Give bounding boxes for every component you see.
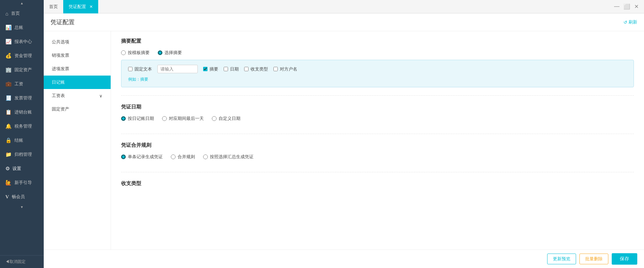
nav-item-public[interactable]: 公共选项	[44, 35, 111, 49]
reports-icon: 📈	[5, 39, 12, 45]
checkbox-summary[interactable]: 摘要	[203, 66, 218, 72]
maximize-button[interactable]: ⬜	[623, 3, 630, 10]
invoice-mgmt-icon: 🧾	[5, 95, 12, 101]
radio-merge[interactable]: 合并规则	[171, 154, 195, 160]
purchase-sales-icon: 📋	[5, 109, 12, 115]
summary-section: 摘要配置 按模板摘要 选择摘要	[121, 38, 634, 96]
voucher-date-section: 凭证日期 按日记账日期 对应期间最后一天 自定义日期	[121, 104, 634, 134]
radio-merge-input[interactable]	[171, 154, 176, 159]
voucher-date-title: 凭证日期	[121, 104, 634, 110]
sidebar-item-reports[interactable]: 📈 报表中心	[0, 35, 44, 49]
right-content: 摘要配置 按模板摘要 选择摘要	[111, 31, 644, 250]
radio-last-day-input[interactable]	[162, 116, 167, 121]
checkbox-fixed-text-input[interactable]	[128, 67, 132, 71]
tab-close-icon[interactable]: ✕	[89, 0, 93, 13]
nav-item-fixed-assets[interactable]: 固定资产	[44, 102, 111, 116]
sidebar-item-settings[interactable]: ⚙ 设置	[0, 162, 44, 176]
merge-rules-section: 凭证合并规则 单条记录生成凭证 合并规则 按照选择汇总生成凭证	[121, 142, 634, 172]
settings-icon: ⚙	[5, 166, 10, 172]
batch-delete-button[interactable]: 批量删除	[579, 254, 608, 264]
radio-select-merge[interactable]: 按照选择汇总生成凭证	[203, 154, 254, 160]
sidebar-item-salary[interactable]: 💼 工资	[0, 77, 44, 91]
ledger-icon: 📊	[5, 25, 12, 31]
merge-rules-radio-group: 单条记录生成凭证 合并规则 按照选择汇总生成凭证	[121, 154, 634, 160]
closing-icon: 🔒	[5, 137, 12, 143]
body-area: 公共选项 销项发票 进项发票 日记账 工资表 ∨ 固定资产	[44, 31, 644, 250]
checkbox-payment-type[interactable]: 收支类型	[244, 66, 268, 72]
update-preview-button[interactable]: 更新预览	[547, 254, 576, 264]
sidebar-item-tax[interactable]: 🔔 税务管理	[0, 119, 44, 133]
radio-single-input[interactable]	[121, 154, 126, 159]
page-content: 凭证配置 ↺ 刷新 公共选项 销项发票 进项发票 日记账	[44, 13, 644, 268]
close-button[interactable]: ✕	[634, 3, 639, 10]
nav-item-purchase-invoice[interactable]: 进项发票	[44, 62, 111, 76]
radio-last-day[interactable]: 对应期间最后一天	[162, 116, 204, 122]
member-icon: V	[5, 194, 9, 200]
sidebar-item-ledger[interactable]: 📊 总账	[0, 20, 44, 35]
radio-template-summary-input[interactable]	[121, 50, 126, 55]
sidebar: ▲ ⌂ 首页 📊 总账 📈 报表中心 💰 资金管理 🏢 固定资产 💼 工资 🧾 …	[0, 0, 44, 268]
nav-item-sales-invoice[interactable]: 销项发票	[44, 49, 111, 62]
radio-template-summary[interactable]: 按模板摘要	[121, 50, 150, 56]
sidebar-scroll-up[interactable]: ▲	[0, 0, 44, 6]
tax-icon: 🔔	[5, 123, 12, 129]
guide-icon: 🙋	[5, 180, 12, 186]
checkbox-payment-type-input[interactable]	[244, 67, 249, 71]
nav-item-journal[interactable]: 日记账	[44, 76, 111, 89]
radio-custom-date-input[interactable]	[212, 116, 217, 121]
archive-icon: 📁	[5, 151, 12, 158]
payment-type-title: 收支类型	[121, 180, 634, 187]
radio-journal-date-input[interactable]	[121, 116, 126, 121]
example-text: 例如：摘要	[128, 77, 627, 82]
minimize-button[interactable]: —	[614, 3, 619, 10]
merge-rules-title: 凭证合并规则	[121, 142, 634, 148]
sidebar-item-fixed-assets[interactable]: 🏢 固定资产	[0, 63, 44, 77]
sidebar-item-funds[interactable]: 💰 资金管理	[0, 49, 44, 63]
bottom-bar: 更新预览 批量删除 保存	[44, 250, 644, 268]
payment-type-section: 收支类型	[121, 180, 634, 200]
radio-select-summary-input[interactable]	[158, 50, 162, 55]
summary-config-box: 固定文本 摘要 日期	[121, 60, 634, 87]
fixed-assets-icon: 🏢	[5, 67, 12, 73]
left-nav: 公共选项 销项发票 进项发票 日记账 工资表 ∨ 固定资产	[44, 31, 111, 250]
nav-item-payroll[interactable]: 工资表 ∨	[44, 89, 111, 102]
sidebar-scroll-down[interactable]: ▼	[0, 204, 44, 210]
sidebar-unpin-button[interactable]: ◀取消固定	[0, 255, 44, 268]
radio-journal-date[interactable]: 按日记账日期	[121, 116, 154, 122]
sidebar-item-home[interactable]: ⌂ 首页	[0, 6, 44, 20]
checkbox-counterparty[interactable]: 对方户名	[273, 66, 297, 72]
checkbox-fixed-text[interactable]: 固定文本	[128, 66, 152, 72]
checkbox-date-input[interactable]	[224, 67, 228, 71]
page-header: 凭证配置 ↺ 刷新	[44, 13, 644, 31]
radio-select-summary[interactable]: 选择摘要	[158, 50, 182, 56]
checkbox-counterparty-input[interactable]	[273, 67, 278, 71]
main-area: 首页 凭证配置 ✕ — ⬜ ✕ 凭证配置 ↺ 刷新 公共选项	[44, 0, 644, 268]
sidebar-item-member[interactable]: V 畅会员	[0, 190, 44, 204]
sidebar-item-invoice-mgmt[interactable]: 🧾 发票管理	[0, 91, 44, 105]
save-button[interactable]: 保存	[612, 253, 637, 265]
checkbox-summary-input[interactable]	[203, 67, 207, 71]
summary-radio-group: 按模板摘要 选择摘要	[121, 50, 634, 56]
refresh-button[interactable]: ↺ 刷新	[623, 19, 637, 25]
salary-icon: 💼	[5, 81, 12, 87]
expand-icon: ∨	[99, 93, 103, 98]
checkbox-date[interactable]: 日期	[224, 66, 239, 72]
sidebar-item-purchase-sales[interactable]: 📋 进销台账	[0, 105, 44, 119]
summary-section-title: 摘要配置	[121, 38, 634, 44]
sidebar-item-archive[interactable]: 📁 归档管理	[0, 147, 44, 162]
home-icon: ⌂	[5, 11, 8, 16]
window-controls: — ⬜ ✕	[614, 3, 644, 10]
tab-home[interactable]: 首页	[44, 0, 63, 13]
voucher-date-radio-group: 按日记账日期 对应期间最后一天 自定义日期	[121, 116, 634, 122]
page-title: 凭证配置	[50, 18, 75, 26]
tab-voucher-config[interactable]: 凭证配置 ✕	[63, 0, 98, 13]
radio-select-merge-input[interactable]	[203, 154, 208, 159]
radio-custom-date[interactable]: 自定义日期	[212, 116, 240, 122]
radio-single[interactable]: 单条记录生成凭证	[121, 154, 163, 160]
sidebar-item-closing[interactable]: 🔒 结账	[0, 133, 44, 147]
summary-checkbox-row: 固定文本 摘要 日期	[128, 65, 627, 73]
sidebar-item-guide[interactable]: 🙋 新手引导	[0, 176, 44, 190]
fixed-text-input[interactable]	[157, 65, 198, 73]
funds-icon: 💰	[5, 53, 12, 59]
tab-bar: 首页 凭证配置 ✕ — ⬜ ✕	[44, 0, 644, 13]
